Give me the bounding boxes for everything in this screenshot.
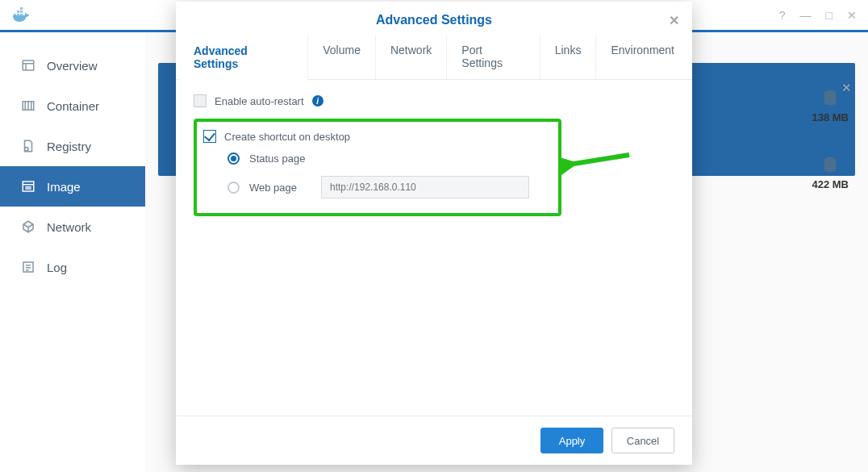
cancel-button[interactable]: Cancel [611,428,674,453]
create-shortcut-row: Create shortcut on desktop [203,130,552,143]
log-icon [21,260,35,274]
svg-rect-6 [23,61,34,70]
sidebar-item-label: Network [47,220,91,234]
web-page-radio[interactable] [227,182,240,194]
image-size-label: 422 MB [812,178,849,190]
database-icon [821,89,839,107]
sidebar-item-network[interactable]: Network [0,207,145,247]
svg-line-20 [28,224,33,228]
image-size-label: 138 MB [812,111,849,123]
auto-restart-label: Enable auto-restart [215,95,304,107]
tab-advanced-settings[interactable]: Advanced Settings [179,36,308,80]
sidebar-item-label: Registry [47,140,91,153]
modal-footer: Apply Cancel [176,416,692,465]
registry-icon [21,139,35,153]
apply-button[interactable]: Apply [540,428,603,453]
overview-icon [21,58,35,73]
svg-rect-3 [17,10,19,13]
sidebar-item-label: Container [47,99,99,113]
svg-line-14 [27,150,29,152]
maximize-button[interactable]: □ [826,9,833,22]
status-page-label: Status page [249,152,305,165]
modal-tabs: Advanced Settings Volume Network Port Se… [176,36,692,80]
image-list-item[interactable]: 422 MB [812,156,849,190]
web-page-url-input[interactable] [321,176,529,198]
sidebar-item-container[interactable]: Container [0,86,145,126]
sidebar-item-log[interactable]: Log [0,247,145,287]
auto-restart-row: Enable auto-restart i [194,94,674,107]
web-page-row: Web page [227,176,552,198]
status-page-radio[interactable] [227,152,240,165]
sidebar-item-image[interactable]: Image [0,166,145,207]
advanced-settings-modal: Advanced Settings ✕ Advanced Settings Vo… [176,2,692,465]
web-page-label: Web page [249,182,297,194]
network-icon [21,219,35,234]
svg-line-19 [23,224,28,228]
window-controls: ? — □ ✕ [779,9,857,22]
modal-title: Advanced Settings ✕ [176,2,692,36]
underlying-close-icon[interactable]: ✕ [841,81,852,95]
sidebar-item-label: Overview [47,59,98,73]
tab-environment[interactable]: Environment [596,36,689,79]
shortcut-highlight-box: Create shortcut on desktop Status page W… [194,119,561,216]
modal-body: Enable auto-restart i Create shortcut on… [176,80,692,416]
svg-rect-4 [20,10,23,13]
image-icon [21,179,35,194]
tab-links[interactable]: Links [540,36,597,79]
docker-logo-icon [11,6,31,25]
sidebar: Overview Container Registry Image Networ… [0,32,145,472]
database-icon [821,156,839,173]
modal-close-icon[interactable]: ✕ [669,13,679,28]
svg-rect-5 [20,7,23,10]
sidebar-item-label: Image [47,180,81,194]
close-button[interactable]: ✕ [847,9,857,22]
sidebar-item-registry[interactable]: Registry [0,126,145,166]
container-icon [21,98,35,113]
help-button[interactable]: ? [779,9,786,22]
tab-network[interactable]: Network [376,36,447,79]
tab-port-settings[interactable]: Port Settings [447,36,540,79]
info-icon[interactable]: i [312,95,323,107]
minimize-button[interactable]: — [800,9,812,22]
auto-restart-checkbox[interactable] [194,94,207,107]
create-shortcut-checkbox[interactable] [203,130,216,143]
create-shortcut-label: Create shortcut on desktop [224,131,350,143]
sidebar-item-overview[interactable]: Overview [0,45,145,86]
sidebar-item-label: Log [47,261,67,274]
tab-volume[interactable]: Volume [308,36,376,79]
status-page-row: Status page [227,152,552,165]
